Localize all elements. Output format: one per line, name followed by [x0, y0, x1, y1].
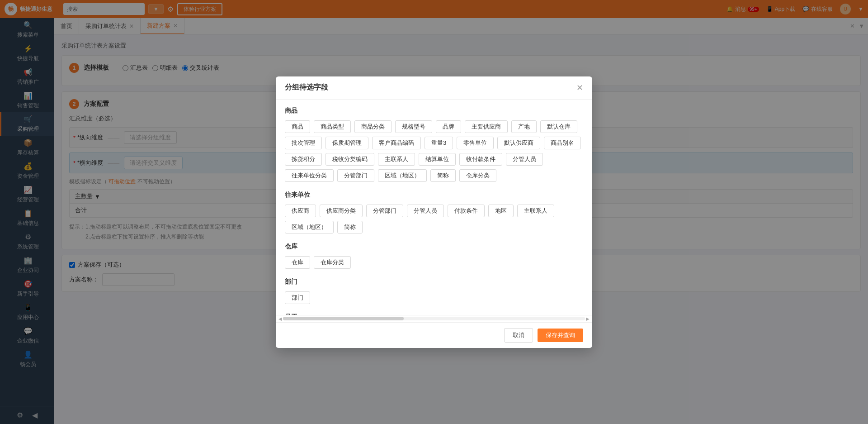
- field-tag[interactable]: 保质期管理: [326, 137, 368, 149]
- field-tag[interactable]: 产地: [511, 120, 537, 133]
- field-tag[interactable]: 供应商分类: [320, 205, 363, 217]
- field-tag[interactable]: 简称: [337, 221, 363, 233]
- field-tag[interactable]: 默认供应商: [497, 137, 540, 149]
- field-group-warehouse-title: 仓库: [285, 243, 583, 251]
- field-tag[interactable]: 重量3: [425, 137, 453, 149]
- field-group-goods-title: 商品: [285, 107, 583, 115]
- field-tag[interactable]: 仓库: [285, 256, 310, 269]
- scroll-thumb: [283, 317, 404, 320]
- field-group-warehouse: 仓库 仓库 仓库分类: [285, 243, 583, 269]
- field-tag[interactable]: 主要供应商: [465, 120, 508, 133]
- modal: 分组待选字段 ✕ 商品 商品 商品类型 商品分类 规格型号 品牌 主要供应商 产…: [276, 76, 592, 348]
- field-tag[interactable]: 批次管理: [285, 137, 322, 149]
- field-group-department-title: 部门: [285, 278, 583, 286]
- modal-bottom-scroll: ◀ ▶: [276, 315, 592, 322]
- field-group-partner: 往来单位 供应商 供应商分类 分管部门 分管人员 付款条件 地区 主联系人 区域…: [285, 191, 583, 233]
- field-tag[interactable]: 商品别名: [544, 137, 581, 149]
- field-tag[interactable]: 结算单位: [419, 153, 456, 166]
- modal-overlay: 分组待选字段 ✕ 商品 商品 商品类型 商品分类 规格型号 品牌 主要供应商 产…: [0, 0, 868, 424]
- field-items-goods: 商品 商品类型 商品分类 规格型号 品牌 主要供应商 产地 默认仓库 批次管理 …: [285, 120, 583, 182]
- field-tag[interactable]: 分管人员: [407, 205, 444, 217]
- field-tag[interactable]: 商品类型: [314, 120, 351, 133]
- field-tag[interactable]: 主联系人: [517, 205, 554, 217]
- field-items-warehouse: 仓库 仓库分类: [285, 256, 583, 269]
- field-tag[interactable]: 品牌: [436, 120, 461, 133]
- field-items-partner: 供应商 供应商分类 分管部门 分管人员 付款条件 地区 主联系人 区域（地区） …: [285, 205, 583, 233]
- field-tag[interactable]: 分管部门: [366, 205, 403, 217]
- field-items-department: 部门: [285, 291, 583, 304]
- modal-confirm-btn[interactable]: 保存并查询: [538, 329, 583, 342]
- field-tag[interactable]: 往来单位分类: [285, 169, 334, 182]
- field-tag[interactable]: 付款条件: [448, 205, 485, 217]
- field-tag[interactable]: 客户商品编码: [372, 137, 421, 149]
- field-tag[interactable]: 收付款条件: [459, 153, 502, 166]
- field-tag[interactable]: 仓库分类: [314, 256, 351, 269]
- modal-footer: 取消 保存并查询: [276, 322, 592, 348]
- field-tag[interactable]: 默认仓库: [540, 120, 577, 133]
- field-tag[interactable]: 规格型号: [395, 120, 432, 133]
- field-tag[interactable]: 拣货积分: [285, 153, 322, 166]
- field-group-department: 部门 部门: [285, 278, 583, 304]
- modal-title: 分组待选字段: [285, 83, 328, 92]
- field-tag[interactable]: 零售单位: [457, 137, 494, 149]
- modal-body[interactable]: 商品 商品 商品类型 商品分类 规格型号 品牌 主要供应商 产地 默认仓库 批次…: [276, 100, 592, 315]
- field-tag[interactable]: 分管部门: [337, 169, 374, 182]
- modal-cancel-btn[interactable]: 取消: [504, 328, 533, 343]
- modal-close-btn[interactable]: ✕: [576, 83, 583, 93]
- scroll-left-btn[interactable]: ◀: [278, 316, 283, 321]
- scroll-right-btn[interactable]: ▶: [585, 316, 590, 321]
- field-tag[interactable]: 商品: [285, 120, 310, 133]
- modal-header: 分组待选字段 ✕: [276, 76, 592, 100]
- field-group-goods: 商品 商品 商品类型 商品分类 规格型号 品牌 主要供应商 产地 默认仓库 批次…: [285, 107, 583, 182]
- field-tag[interactable]: 商品分类: [354, 120, 392, 133]
- field-group-partner-title: 往来单位: [285, 191, 583, 199]
- field-tag[interactable]: 税收分类编码: [326, 153, 374, 166]
- field-tag[interactable]: 主联系人: [378, 153, 415, 166]
- scroll-track[interactable]: [283, 317, 585, 320]
- field-tag[interactable]: 简称: [430, 169, 456, 182]
- field-tag[interactable]: 分管人员: [506, 153, 543, 166]
- field-tag[interactable]: 区域（地区）: [378, 169, 427, 182]
- field-tag[interactable]: 地区: [488, 205, 514, 217]
- field-tag[interactable]: 部门: [285, 291, 310, 304]
- field-tag[interactable]: 仓库分类: [459, 169, 496, 182]
- field-tag[interactable]: 供应商: [285, 205, 316, 217]
- field-tag[interactable]: 区域（地区）: [285, 221, 334, 233]
